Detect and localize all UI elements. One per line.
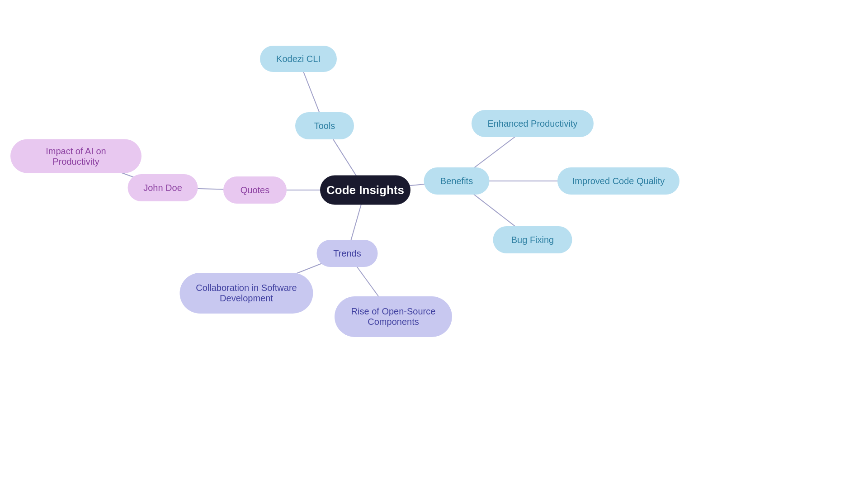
node-johndoe[interactable]: John Doe [128,174,198,201]
node-kodezi[interactable]: Kodezi CLI [260,46,337,72]
node-center[interactable]: Code Insights [320,176,410,205]
node-trends[interactable]: Trends [317,240,378,267]
node-improved[interactable]: Improved Code Quality [557,167,679,195]
connections-svg [0,0,868,490]
node-collab[interactable]: Collaboration in Software Development [180,273,313,314]
node-benefits[interactable]: Benefits [424,167,490,195]
node-impact[interactable]: Impact of AI on Productivity [10,139,142,173]
node-tools[interactable]: Tools [295,112,354,139]
node-enhanced[interactable]: Enhanced Productivity [472,110,594,137]
mindmap-container: Code InsightsToolsKodezi CLIQuotesJohn D… [0,0,868,490]
node-opensource[interactable]: Rise of Open-Source Components [335,296,452,337]
node-bugfix[interactable]: Bug Fixing [493,226,572,253]
node-quotes[interactable]: Quotes [223,176,287,204]
